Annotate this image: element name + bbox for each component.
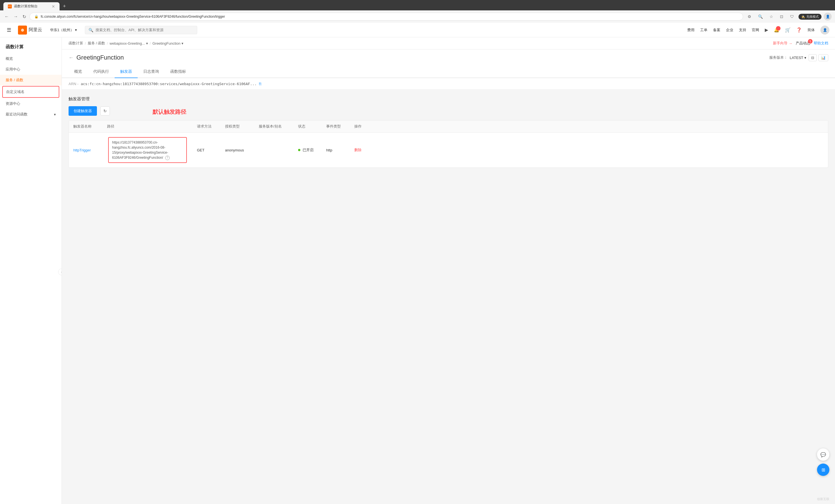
sidebar-item-resource-center[interactable]: 资源中心 (0, 98, 62, 109)
search-browser-button[interactable]: 🔍 (756, 13, 765, 20)
th-action: 操作 (350, 121, 828, 132)
path-help-icon[interactable]: ? (165, 156, 170, 160)
watermark: 创新互联 (817, 497, 829, 501)
back-arrow-button[interactable]: ← (68, 55, 74, 61)
logo-symbol: ⊕ (21, 28, 24, 32)
aliyun-extension-button[interactable]: 🛡 (788, 13, 796, 20)
breadcrumb-service-dropdown[interactable]: webapixxx-Greeting... ▾ (109, 41, 148, 45)
version-icon-btn-2[interactable]: 📊 (818, 54, 828, 61)
logo-icon: ⊕ (18, 25, 27, 35)
lock-icon: 🔒 (34, 15, 39, 19)
app-header: ☰ ⊕ 阿里云 华东1（杭州） ▾ 🔍 费用 工单 备案 企业 支持 官网 ▶ … (0, 23, 835, 37)
td-method: GET (192, 145, 221, 156)
td-auth: anonymous (221, 145, 254, 156)
floating-apps-button[interactable]: ⊞ (817, 464, 829, 476)
function-title-row: ← GreetingFunction 服务版本： LATEST ▾ ⊟ 📊 (68, 54, 828, 61)
version-dropdown[interactable]: LATEST ▾ (790, 56, 806, 60)
extensions-button[interactable]: ⚙ (746, 13, 754, 20)
region-chevron-icon: ▾ (75, 28, 77, 32)
nav-enterprise[interactable]: 企业 (726, 27, 733, 33)
hamburger-menu-button[interactable]: ☰ (6, 26, 12, 34)
create-trigger-button[interactable]: 创建触发器 (68, 106, 97, 116)
sidebar: 函数计算 概览 应用中心 服务 / 函数 自定义域名 资源中心 最近访问函数 ▾… (0, 37, 62, 504)
breadcrumb-fc[interactable]: 函数计算 (68, 41, 83, 46)
address-bar[interactable]: 🔒 fc.console.aliyun.com/fc/service/cn-ha… (29, 13, 743, 21)
sidebar-recent-label: 最近访问函数 (6, 112, 27, 117)
sidebar-item-recent-functions[interactable]: 最近访问函数 ▾ (0, 109, 62, 120)
bookmark-button[interactable]: ☆ (767, 13, 775, 20)
help-docs-link[interactable]: 帮助文档 (814, 41, 828, 46)
screencast-button[interactable]: ⊡ (778, 13, 786, 20)
version-label: 服务版本： (769, 55, 788, 60)
new-user-guide-link[interactable]: 新手向导 → (773, 41, 792, 46)
header-nav: 费用 工单 备案 企业 支持 官网 ▶ 🔔 🛒 ❓ 简体 👤 (687, 25, 829, 35)
default-path-annotation: 默认触发路径 (152, 108, 186, 116)
breadcrumb-function-dropdown[interactable]: GreetingFunction ▾ (152, 41, 183, 45)
nav-record[interactable]: 备案 (713, 27, 720, 33)
tab-code-exec[interactable]: 代码执行 (88, 66, 115, 78)
main-layout: 函数计算 概览 应用中心 服务 / 函数 自定义域名 资源中心 最近访问函数 ▾… (0, 37, 835, 504)
tab-metrics[interactable]: 函数指标 (165, 66, 191, 78)
cart-button[interactable]: 🛒 (785, 27, 791, 33)
td-event: http (322, 145, 350, 156)
help-button[interactable]: ❓ (796, 27, 802, 33)
tab-trigger[interactable]: 触发器 (115, 66, 138, 78)
header-avatar-button[interactable]: 👤 (820, 25, 829, 35)
header-search-bar[interactable]: 🔍 (85, 26, 197, 34)
back-button[interactable]: ← (3, 13, 10, 20)
nav-official[interactable]: 官网 (752, 27, 759, 33)
breadcrumb-function-name: GreetingFunction (152, 41, 180, 45)
refresh-button[interactable]: ↻ (21, 13, 27, 21)
breadcrumb-sep-2: / (107, 41, 108, 45)
th-status: 状态 (293, 121, 322, 132)
browser-actions: ⚙ 🔍 ☆ ⊡ 🛡 🕵 无痕模式 👤 (746, 13, 832, 21)
sidebar-resource-label: 资源中心 (6, 101, 20, 106)
function-name: GreetingFunction (77, 54, 124, 61)
active-tab[interactable]: FC 函数计算控制台 ✕ (3, 2, 60, 11)
version-icons: ⊟ 📊 (809, 54, 828, 61)
sidebar-item-custom-domain[interactable]: 自定义域名 (2, 86, 59, 98)
product-update-link[interactable]: 产品动态 5 (796, 41, 810, 46)
sidebar-service-label: 服务 / 函数 (6, 78, 23, 83)
breadcrumb-bar: 函数计算 / 服务 / 函数 / webapixxx-Greeting... ▾… (62, 37, 835, 49)
arn-copy-button[interactable]: ⎘ (259, 81, 261, 86)
sidebar-item-service-function[interactable]: 服务 / 函数 (0, 75, 62, 85)
breadcrumb-actions: 新手向导 → 产品动态 5 帮助文档 (773, 41, 828, 46)
version-icon-btn-1[interactable]: ⊟ (809, 54, 817, 61)
new-tab-button[interactable]: + (61, 2, 68, 11)
refresh-button[interactable]: ↻ (100, 106, 110, 116)
sidebar-collapse-button[interactable]: ‹ (58, 268, 62, 275)
table-row: httpTrigger https://1813774388953700.cn-… (69, 133, 828, 167)
sidebar-item-overview[interactable]: 概览 (0, 53, 62, 64)
sidebar-item-app-center[interactable]: 应用中心 (0, 64, 62, 75)
user-avatar-button[interactable]: 👤 (824, 13, 832, 21)
breadcrumb-service-name: webapixxx-Greeting... (109, 41, 145, 45)
tab-title: 函数计算控制台 (14, 4, 38, 9)
td-version (254, 147, 293, 154)
forward-button[interactable]: → (12, 13, 19, 20)
delete-link[interactable]: 删除 (354, 148, 362, 152)
nav-support[interactable]: 支持 (739, 27, 746, 33)
sidebar-domain-label: 自定义域名 (6, 89, 24, 95)
logo-text: 阿里云 (29, 27, 42, 33)
arn-section: ARN - acs:fc:cn-hangzhou:181377438895370… (62, 78, 835, 89)
search-input[interactable] (96, 28, 194, 32)
address-text: fc.console.aliyun.com/fc/service/cn-hang… (41, 15, 225, 19)
new-user-guide-text: 新手向导 (773, 41, 788, 46)
tab-close-button[interactable]: ✕ (52, 4, 55, 9)
tab-overview[interactable]: 概览 (68, 66, 88, 78)
breadcrumb-service-function[interactable]: 服务 / 函数 (88, 41, 105, 46)
nav-fees[interactable]: 费用 (687, 27, 694, 33)
language-button[interactable]: 简体 (808, 27, 815, 33)
region-selector[interactable]: 华东1（杭州） ▾ (48, 26, 79, 34)
td-trigger-name: httpTrigger (69, 145, 103, 156)
floating-chat-button[interactable]: 💬 (817, 448, 829, 461)
nav-ticket[interactable]: 工单 (700, 27, 708, 33)
notification-button[interactable]: 🔔 (774, 27, 779, 33)
video-button[interactable]: ▶ (765, 27, 768, 33)
th-auth: 授权类型 (221, 121, 254, 132)
tab-log[interactable]: 日志查询 (138, 66, 165, 78)
version-selector: 服务版本： LATEST ▾ ⊟ 📊 (769, 54, 828, 61)
browser-tabs: FC 函数计算控制台 ✕ + (3, 2, 832, 11)
trigger-name-link[interactable]: httpTrigger (73, 148, 91, 152)
